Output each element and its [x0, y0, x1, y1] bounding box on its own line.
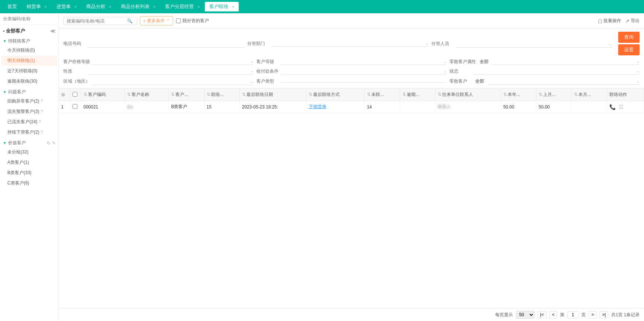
row-checkbox[interactable]: [73, 104, 77, 109]
th-name[interactable]: ⇅客户名称: [125, 89, 169, 101]
last-page-btn[interactable]: >|: [599, 311, 608, 318]
col-sort-icon: ⇅: [402, 92, 406, 97]
th-year[interactable]: ⇅本年...: [501, 89, 536, 101]
export-btn[interactable]: ↗ 导出: [626, 18, 640, 24]
col-sort-icon: ⇅: [127, 92, 131, 97]
close-icon[interactable]: ×: [109, 4, 111, 9]
sidebar-item-overdue[interactable]: 逾期未联络(30): [1, 76, 57, 86]
nav-customer-contact[interactable]: 客户联络 ×: [205, 2, 239, 11]
sidebar-item-repeat-abnormal[interactable]: 回购异常客户(2) ?: [1, 96, 57, 106]
filter-row-1: 电话号码 分管部门 ⌄ 分管人员 ... 查询 设置: [63, 32, 640, 55]
customer-type-label: 客户类型: [256, 78, 279, 84]
close-icon[interactable]: ×: [153, 4, 155, 9]
filter-phone: 电话号码: [63, 40, 244, 48]
region-label: 区域（地区）: [63, 78, 90, 84]
sidebar-item-declining[interactable]: 持续下滑客户(2) ?: [1, 127, 57, 137]
sidebar-item-a-class[interactable]: A类客户(1): [1, 158, 57, 168]
content-area: 🔍 ▿ 更多条件 ⌃ 我分管的客户 ▢ 批量操作 ↗ 导出: [59, 13, 644, 321]
dept-select[interactable]: ⌄: [272, 40, 428, 47]
th-last-month[interactable]: ⇅上月...: [536, 89, 572, 101]
gender-select[interactable]: ⌄: [88, 68, 253, 75]
filter-more-btn[interactable]: ▿ 更多条件 ⌃: [140, 16, 173, 25]
first-page-btn[interactable]: |<: [538, 311, 546, 318]
col-sort-icon: ⇅: [309, 92, 312, 97]
contact-person-text: 联系人: [438, 104, 451, 109]
grid-action-icon[interactable]: ☷: [619, 104, 623, 110]
th-last-method[interactable]: ⇅最后联络方式: [306, 89, 364, 101]
phone-action-icon[interactable]: 📞: [609, 104, 616, 110]
my-customer-checkbox[interactable]: 我分管的客户: [176, 18, 209, 24]
th-gear[interactable]: ⚙: [59, 89, 70, 101]
td-last-method[interactable]: 下销货单: [306, 101, 364, 113]
filter-payment: 收付款条件 ⌄: [256, 68, 447, 75]
nav-analysis-table[interactable]: 商品分析列表 ×: [116, 2, 160, 11]
sidebar-item-tomorrow[interactable]: 明天待联络(1): [1, 56, 57, 66]
nav-customer-tier[interactable]: 客户分层经营 ×: [161, 2, 204, 11]
sidebar-search-input[interactable]: [3, 16, 58, 21]
phone-input[interactable]: [88, 40, 244, 48]
chevron-down-icon: ⌄: [637, 59, 640, 63]
retail-attr-select[interactable]: ⌄: [492, 58, 640, 65]
th-this-month[interactable]: ⇅本月...: [572, 89, 607, 101]
sidebar-all-customers[interactable]: ▪ 全部客户 ≪: [0, 25, 59, 36]
retail-select[interactable]: ⌄: [488, 78, 640, 85]
nav-sales[interactable]: 销货单 ×: [22, 2, 51, 11]
region-select[interactable]: ...: [92, 77, 253, 85]
person-select[interactable]: ...: [456, 40, 612, 48]
th-code[interactable]: ⇅客户编码: [81, 89, 125, 101]
set-button[interactable]: 设置: [618, 44, 640, 55]
prev-page-btn[interactable]: <: [549, 311, 557, 318]
payment-select[interactable]: ⌄: [281, 68, 447, 75]
col-sort-icon: ⇅: [207, 92, 210, 97]
th-contact[interactable]: ⇅联络...: [204, 89, 239, 101]
table-header-row: ⚙ ⇅客户编码 ⇅客户名称 ⇅客户... ⇅联络...: [59, 89, 644, 101]
page-input[interactable]: [567, 311, 578, 318]
filter-price-level: 客户价格等级 ⌄: [63, 58, 253, 65]
th-overdue[interactable]: ⇅逾期...: [400, 89, 435, 101]
query-button[interactable]: 查询: [618, 32, 640, 43]
per-page-select[interactable]: 50 100 200: [516, 311, 535, 319]
sidebar-item-b-class[interactable]: B类客户(33): [1, 168, 57, 178]
customer-type-select[interactable]: [281, 80, 447, 83]
close-icon[interactable]: ×: [45, 4, 47, 9]
search-icon[interactable]: 🔍: [127, 18, 133, 24]
select-all-checkbox[interactable]: [73, 92, 77, 97]
sidebar-item-churned[interactable]: 已流失客户(24) ?: [1, 117, 57, 127]
sidebar-item-c-class[interactable]: C类客户(6): [1, 178, 57, 188]
next-page-btn[interactable]: >: [589, 311, 596, 318]
close-icon[interactable]: ×: [197, 4, 200, 9]
my-customer-check-input[interactable]: [176, 18, 181, 23]
edit-icon[interactable]: ✎: [52, 141, 56, 146]
td-name[interactable]: Ea: [125, 101, 169, 113]
sidebar-item-lost[interactable]: 流失预警客户(3) ?: [1, 107, 57, 117]
status-select[interactable]: ⌄: [474, 68, 640, 75]
nav-analysis[interactable]: 商品分析 ×: [82, 2, 116, 11]
customer-table: ⚙ ⇅客户编码 ⇅客户名称 ⇅客户... ⇅联络...: [59, 89, 644, 113]
sidebar-item-week[interactable]: 近7天待联络(0): [1, 66, 57, 76]
nav-purchase[interactable]: 进货单 ×: [52, 2, 81, 11]
td-contact: 15: [204, 101, 239, 113]
search-bar: 🔍 ▿ 更多条件 ⌃ 我分管的客户 ▢ 批量操作 ↗ 导出: [59, 13, 644, 29]
collapse-icon[interactable]: ≪: [50, 28, 56, 34]
price-level-select[interactable]: ⌄: [92, 58, 253, 65]
filter-region: 区域（地区） ...: [63, 77, 253, 85]
customer-level-select[interactable]: ⌄: [281, 58, 447, 65]
th-last-date[interactable]: ⇅最后联络日期: [239, 89, 306, 101]
search-input[interactable]: [67, 18, 126, 24]
refresh-icon[interactable]: ↻: [47, 141, 50, 146]
th-contact-person[interactable]: ⇅往来单位联系人: [435, 89, 501, 101]
nav-home[interactable]: 首页: [3, 2, 21, 11]
th-type[interactable]: ⇅客户...: [169, 89, 204, 101]
close-icon[interactable]: ×: [74, 4, 77, 9]
close-icon[interactable]: ×: [232, 4, 234, 9]
th-checkbox[interactable]: [70, 89, 81, 101]
sidebar-item-unclassified[interactable]: 未分组(32): [1, 147, 57, 157]
filter-icon: ▿: [143, 18, 146, 24]
sidebar-item-today[interactable]: 今天待联络(0): [1, 45, 57, 55]
batch-op-btn[interactable]: ▢ 批量操作: [598, 18, 621, 24]
total-label: 共1页 1条记录: [611, 312, 640, 318]
td-checkbox[interactable]: [70, 101, 81, 113]
last-method-link[interactable]: 下销货单: [309, 104, 326, 109]
th-no-contact[interactable]: ⇅未联...: [364, 89, 400, 101]
filter-row-4: 区域（地区） ... 客户类型 零散客户 全部 ⌄: [63, 77, 640, 85]
